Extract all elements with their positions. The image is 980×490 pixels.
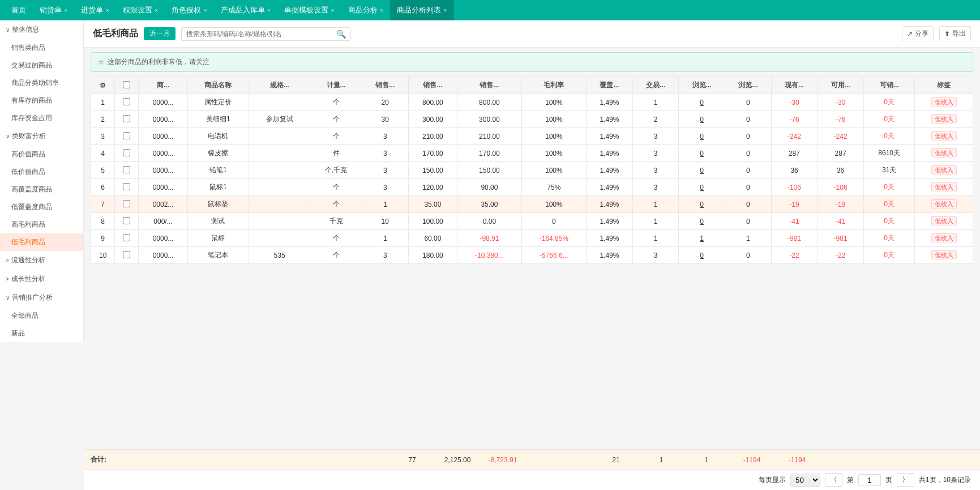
cell-browseA[interactable]: 0 [679,145,725,162]
col-header-grossRate[interactable]: 毛利率 [521,77,587,94]
sidebar-group-营销推广分析[interactable]: ∨营销推广分析 [0,288,83,307]
search-box[interactable]: 🔍 [181,27,351,41]
col-header-saleQty[interactable]: 销售... [362,77,408,94]
cell-browseA[interactable]: 0 [679,213,725,230]
sidebar-item-高毛利商品[interactable]: 高毛利商品 [0,216,83,233]
prev-page-button[interactable]: 〈 [825,473,842,487]
col-header-saleProfit[interactable]: 销售... [457,77,521,94]
nav-close-icon[interactable]: × [267,7,271,14]
browse-link[interactable]: 1 [700,235,704,242]
col-header-availStock[interactable]: 可用... [818,77,864,94]
col-header-browseA[interactable]: 浏览... [679,77,725,94]
share-button[interactable]: ↗ 分享 [902,26,934,41]
browse-link[interactable]: 0 [700,201,704,208]
export-button[interactable]: ⬆ 导出 [939,26,971,41]
nav-close-icon[interactable]: × [203,7,207,14]
nav-item-角色授权[interactable]: 角色授权× [165,0,213,20]
col-header-coverage[interactable]: 覆盖... [587,77,633,94]
nav-close-icon[interactable]: × [331,7,334,14]
cell-checkbox[interactable] [115,179,139,196]
sidebar-group-成长性分析[interactable]: >成长性分析 [0,270,83,288]
search-input[interactable] [186,30,336,38]
nav-item-商品分析[interactable]: 商品分析× [341,0,390,20]
sidebar-group-流通性分析[interactable]: >流通性分析 [0,251,83,270]
cell-browseA[interactable]: 1 [679,230,725,247]
next-page-button[interactable]: 〉 [897,473,914,487]
row-checkbox[interactable] [123,132,130,139]
row-checkbox[interactable] [123,251,130,258]
sidebar-item-低覆盖度商品[interactable]: 低覆盖度商品 [0,198,83,216]
cell-checkbox[interactable] [115,247,139,264]
nav-close-icon[interactable]: × [443,7,447,14]
col-header-code[interactable]: 商... [139,77,188,94]
nav-item-产成品入库单[interactable]: 产成品入库单× [214,0,277,20]
nav-close-icon[interactable]: × [380,7,383,14]
sidebar-item-销售类商品[interactable]: 销售类商品 [0,39,83,57]
col-header-spec[interactable]: 规格... [249,77,310,94]
col-header-checkbox[interactable] [115,77,139,94]
row-checkbox[interactable] [123,234,130,241]
browse-link[interactable]: 0 [700,218,704,225]
sidebar-item-有库存的商品[interactable]: 有库存的商品 [0,92,83,109]
sidebar-item-低价值商品[interactable]: 低价值商品 [0,163,83,181]
sidebar-item-低毛利商品[interactable]: 低毛利商品 [0,233,83,251]
sidebar-item-交易过的商品[interactable]: 交易过的商品 [0,57,83,74]
nav-item-进货单[interactable]: 进货单× [74,0,115,20]
col-header-unit[interactable]: 计量... [310,77,362,94]
row-checkbox[interactable] [123,200,130,207]
settings-icon[interactable]: ⚙ [100,82,106,90]
col-header-currentStock[interactable]: 现有... [771,77,818,94]
cell-browseA[interactable]: 0 [679,111,725,128]
col-header-browseB[interactable]: 浏览... [725,77,772,94]
sidebar-item-高覆盖度商品[interactable]: 高覆盖度商品 [0,181,83,198]
row-checkbox[interactable] [123,98,130,105]
sidebar-item-商品分类助销率[interactable]: 商品分类助销率 [0,74,83,92]
nav-item-单据模板设置[interactable]: 单据模板设置× [277,0,341,20]
cell-browseA[interactable]: 0 [679,179,725,196]
nav-item-商品分析列表[interactable]: 商品分析列表× [390,0,453,20]
cell-checkbox[interactable] [115,111,139,128]
col-header-saleDays[interactable]: 可销... [863,77,915,94]
cell-checkbox[interactable] [115,213,139,230]
browse-link[interactable]: 0 [700,116,704,123]
nav-close-icon[interactable]: × [105,7,109,14]
col-header-saleAmount[interactable]: 销售... [408,77,457,94]
cell-checkbox[interactable] [115,145,139,162]
cell-checkbox[interactable] [115,196,139,213]
browse-link[interactable]: 0 [700,167,704,174]
row-checkbox[interactable] [123,115,130,122]
col-header-settings[interactable]: ⚙ [91,77,115,94]
page-input[interactable] [858,474,881,486]
col-header-tradeCount[interactable]: 交易... [632,77,679,94]
cell-checkbox[interactable] [115,162,139,179]
nav-item-首页[interactable]: 首页 [5,0,33,20]
cell-browseA[interactable]: 0 [679,94,725,111]
col-header-name[interactable]: 商品名称 [187,77,249,94]
row-checkbox[interactable] [123,166,130,173]
sidebar-item-高价值商品[interactable]: 高价值商品 [0,146,83,163]
cell-checkbox[interactable] [115,94,139,111]
sidebar-item-新品[interactable]: 新品 [0,325,83,342]
cell-browseA[interactable]: 0 [679,128,725,145]
row-checkbox[interactable] [123,217,130,224]
nav-item-权限设置[interactable]: 权限设置× [116,0,165,20]
sidebar-item-库存资金占用[interactable]: 库存资金占用 [0,109,83,127]
browse-link[interactable]: 0 [700,184,704,191]
nav-item-销货单[interactable]: 销货单× [33,0,74,20]
nav-close-icon[interactable]: × [155,7,158,14]
row-checkbox[interactable] [123,149,130,156]
select-all-checkbox[interactable] [123,81,130,88]
row-checkbox[interactable] [123,183,130,190]
cell-checkbox[interactable] [115,230,139,247]
browse-link[interactable]: 0 [700,252,704,259]
browse-link[interactable]: 0 [700,150,704,157]
cell-browseA[interactable]: 0 [679,196,725,213]
browse-link[interactable]: 0 [700,99,704,106]
cell-checkbox[interactable] [115,128,139,145]
sidebar-group-整体信息[interactable]: ∨整体信息 [0,20,83,39]
col-header-tag[interactable]: 标签 [915,77,973,94]
per-page-select[interactable]: 50 100 [790,474,820,487]
cell-browseA[interactable]: 0 [679,162,725,179]
sidebar-group-类财富分析[interactable]: ∨类财富分析 [0,127,83,146]
date-filter-button[interactable]: 近一月 [144,27,176,40]
